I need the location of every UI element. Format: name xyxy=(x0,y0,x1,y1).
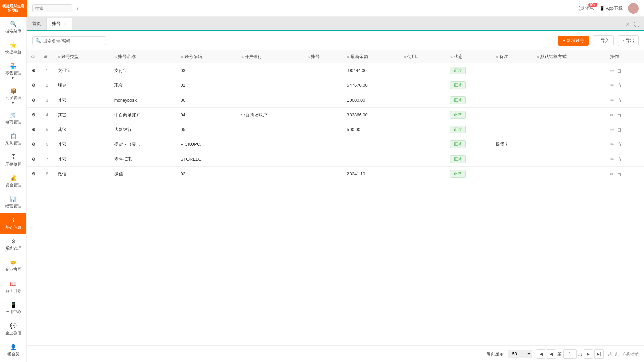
edit-btn-7[interactable]: ✏ xyxy=(610,171,614,177)
column-header-bank[interactable]: ⇅开户银行 xyxy=(237,50,303,63)
row-gear-icon-0[interactable]: ⚙ xyxy=(32,68,36,73)
delete-btn-2[interactable]: 🗑 xyxy=(617,98,622,103)
column-header-status[interactable]: ⇅状态 xyxy=(446,50,492,63)
fullscreen-action[interactable]: ⛶ xyxy=(633,21,640,28)
row-gear-icon-2[interactable]: ⚙ xyxy=(32,98,36,103)
sidebar-item-purchase-mgmt[interactable]: 📋采购管理 xyxy=(0,129,26,150)
sidebar-item-operations-mgmt[interactable]: 📊经营管理 xyxy=(0,192,26,213)
logo-text: 畅捷通财生意乐盟版 xyxy=(2,4,24,13)
edit-btn-5[interactable]: ✏ xyxy=(610,142,614,147)
tab-accounts[interactable]: 账号✕ xyxy=(47,18,72,30)
row-settings-4[interactable]: ⚙ xyxy=(27,122,40,137)
sidebar-item-finance-mgmt[interactable]: 💰资金管理 xyxy=(0,171,26,192)
delete-btn-3[interactable]: 🗑 xyxy=(617,112,622,118)
close-tab-action[interactable]: ✕ xyxy=(625,21,631,28)
status-badge-7: 正常 xyxy=(450,170,466,178)
row-gear-icon-7[interactable]: ⚙ xyxy=(32,171,36,176)
sidebar-item-ecommerce-mgmt[interactable]: 🛒电商管理 xyxy=(0,108,26,129)
row-default-settle-3 xyxy=(533,108,606,122)
sidebar-item-app-center[interactable]: 📱应用中心 xyxy=(0,298,26,319)
add-account-button[interactable]: + 新增账号 xyxy=(558,36,589,46)
app-download-label: App下载 xyxy=(606,5,623,11)
sidebar-item-retail-mgmt[interactable]: 🏪零售管理▶ xyxy=(0,59,26,83)
delete-btn-7[interactable]: 🗑 xyxy=(617,171,622,177)
column-header-default_settle[interactable]: ⇅默认结算方式 xyxy=(533,50,606,63)
sidebar-item-search-menu[interactable]: 🔍搜索菜单 xyxy=(0,17,26,38)
edit-btn-4[interactable]: ✏ xyxy=(610,127,614,132)
column-header-remark[interactable]: ⇅备注 xyxy=(492,50,533,63)
notification-button[interactable]: 💬 消息 99+ xyxy=(579,5,594,11)
sidebar-item-inventory-check[interactable]: 🗄库存核算 xyxy=(0,150,26,171)
row-index-0: 1 xyxy=(40,63,54,78)
column-header-account_code[interactable]: ⇅账号编码 xyxy=(177,50,237,63)
status-badge-2: 正常 xyxy=(450,96,466,104)
next-page-button[interactable]: ▶ xyxy=(584,349,593,359)
column-header-account_no[interactable]: ⇅账号 xyxy=(303,50,343,63)
tab-close-accounts[interactable]: ✕ xyxy=(63,22,67,26)
edit-btn-2[interactable]: ✏ xyxy=(610,98,614,103)
edit-btn-1[interactable]: ✏ xyxy=(610,83,614,88)
row-settings-1[interactable]: ⚙ xyxy=(27,78,40,93)
sidebar-item-member[interactable]: 👤畅会员 xyxy=(0,340,26,361)
status-badge-3: 正常 xyxy=(450,111,466,119)
sidebar-label-retail-mgmt: 零售管理 xyxy=(5,70,21,76)
last-page-button[interactable]: ▶| xyxy=(594,349,604,359)
sidebar-icon-retail-mgmt: 🏪 xyxy=(10,63,17,69)
delete-btn-4[interactable]: 🗑 xyxy=(617,127,622,132)
row-settings-5[interactable]: ⚙ xyxy=(27,137,40,152)
sidebar-icon-beginner-guide: 📖 xyxy=(10,281,17,287)
sidebar-item-wholesale-mgmt[interactable]: 📦批发管理▶ xyxy=(0,83,26,108)
edit-btn-0[interactable]: ✏ xyxy=(610,68,614,73)
sidebar-item-system-mgmt[interactable]: ⚙系统管理 xyxy=(0,234,26,255)
delete-btn-5[interactable]: 🗑 xyxy=(617,142,622,147)
tabs-bar: 首页账号✕ ✕ ⛶ xyxy=(27,17,644,30)
search-input[interactable] xyxy=(43,38,103,43)
settings-icon[interactable]: ⚙ xyxy=(31,54,35,59)
tab-home[interactable]: 首页 xyxy=(27,18,47,30)
row-gear-icon-6[interactable]: ⚙ xyxy=(32,157,36,162)
page-navigation: |◀ ◀ 第 页 ▶ ▶| xyxy=(536,349,604,359)
row-settings-6[interactable]: ⚙ xyxy=(27,152,40,167)
row-settings-2[interactable]: ⚙ xyxy=(27,93,40,108)
column-header-latest_balance[interactable]: ⇅最新余额 xyxy=(343,50,399,63)
row-gear-icon-5[interactable]: ⚙ xyxy=(32,142,36,147)
edit-btn-3[interactable]: ✏ xyxy=(610,112,614,118)
row-gear-icon-1[interactable]: ⚙ xyxy=(32,83,36,88)
row-bank-0 xyxy=(237,63,303,78)
column-header-usage[interactable]: ⇅使用... xyxy=(399,50,446,63)
status-badge-0: 正常 xyxy=(450,67,466,74)
export-button[interactable]: ↑ 导出 xyxy=(618,35,639,46)
app-download-button[interactable]: 📱 App下载 xyxy=(599,5,623,11)
row-account-code-0: 03 xyxy=(177,63,237,78)
column-header-action: 操作 xyxy=(606,50,644,63)
row-settings-7[interactable]: ⚙ xyxy=(27,167,40,181)
sidebar-item-enterprise-agreement[interactable]: 🤝企业协同 xyxy=(0,255,26,277)
column-header-account_name[interactable]: ⇅账号名称 xyxy=(110,50,177,63)
per-page-select[interactable]: 50 100 200 xyxy=(508,350,532,358)
sidebar-item-enterprise-wechat[interactable]: 💬企业微信 xyxy=(0,319,26,340)
sidebar-icon-search-menu: 🔍 xyxy=(10,21,17,27)
prev-page-button[interactable]: ◀ xyxy=(547,349,556,359)
row-gear-icon-3[interactable]: ⚙ xyxy=(32,112,36,117)
topbar-search-input[interactable] xyxy=(32,4,72,12)
column-header-account_type[interactable]: ⇅账号类型 xyxy=(54,50,110,63)
row-status-4: 正常 xyxy=(446,122,492,137)
status-badge-6: 正常 xyxy=(450,155,466,163)
sidebar-item-quick-nav[interactable]: ⭐快捷导航 xyxy=(0,38,26,59)
import-button[interactable]: ↓ 导入 xyxy=(593,35,614,46)
sidebar-item-basic-info[interactable]: ℹ基础信息 xyxy=(0,213,26,234)
edit-btn-6[interactable]: ✏ xyxy=(610,157,614,162)
delete-btn-1[interactable]: 🗑 xyxy=(617,83,622,88)
topbar-dropdown-icon[interactable]: ▾ xyxy=(76,6,79,11)
sidebar-label-wholesale-mgmt: 批发管理 xyxy=(5,95,21,101)
avatar[interactable] xyxy=(628,3,639,14)
delete-btn-6[interactable]: 🗑 xyxy=(617,157,622,162)
delete-btn-0[interactable]: 🗑 xyxy=(617,68,622,73)
page-input[interactable] xyxy=(563,349,577,359)
row-gear-icon-4[interactable]: ⚙ xyxy=(32,127,36,132)
sidebar-item-beginner-guide[interactable]: 📖新手引导 xyxy=(0,277,26,298)
sidebar-label-system-mgmt: 系统管理 xyxy=(5,246,21,251)
row-settings-3[interactable]: ⚙ xyxy=(27,108,40,122)
first-page-button[interactable]: |◀ xyxy=(536,349,545,359)
row-settings-0[interactable]: ⚙ xyxy=(27,63,40,78)
